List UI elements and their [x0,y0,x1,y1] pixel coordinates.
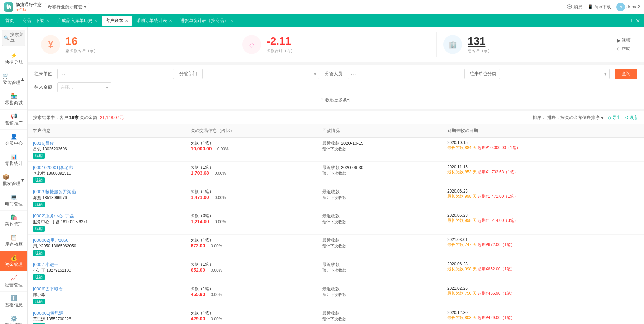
overdue-days: 最长欠款 808 天 [447,315,478,320]
message-icon: 💬 [567,4,572,9]
filter-row-2: 往来余额 选择... ▾ [34,82,637,92]
overdue-link[interactable]: 超期¥1,471.00（1笔） [478,194,518,199]
debt-ratio: 0.00% [215,171,226,176]
sidebar-item-system[interactable]: ⚙️ 系统管理 [0,312,27,324]
customer-code[interactable]: [0016]吕俊 [33,140,180,146]
tab-purchase-order[interactable]: 采购订单统计表 ✕ [132,16,176,26]
customer-code[interactable]: [0006]去下粮仓 [33,286,180,292]
debt-ratio: 0.00% [211,317,222,321]
message-button[interactable]: 💬 消息 [567,4,582,10]
tab-production-history[interactable]: 产成品入库单历史 ✕ [53,16,102,26]
app-logo-icon: 畅 [4,2,13,12]
retail-mall-icon: 🏪 [2,93,25,99]
debt-amount[interactable]: 1,703.68 [191,170,209,176]
debt-amount[interactable]: 1,471.00 [191,195,209,200]
overdue-link[interactable]: 超期¥1,214.00（3笔） [478,218,518,223]
table-row: [000001]黄思源 黄思源 13552700226 现销 欠款（1笔） 42… [28,307,644,324]
export-button[interactable]: ⊙ 导出 [608,115,621,121]
overdue-link[interactable]: 超期¥429.00（1笔） [478,315,515,320]
customer-code[interactable]: [0007]小进干 [33,262,180,268]
sidebar-item-wholesale[interactable]: 📦 批发管理 ▼ [0,170,27,190]
store-selector[interactable]: 母婴行业演示账套 ▾ [45,3,89,11]
close-icon[interactable]: ✕ [169,19,172,23]
debt-info-cell: 欠款（1笔） 652.00 0.00% [185,259,317,283]
col-header-debt: 欠款交易信息（占比） [185,124,317,138]
due-date: 2020.12.30 [447,310,639,315]
debt-amount[interactable]: 429.00 [191,316,205,321]
close-icon[interactable]: ✕ [94,19,97,23]
sort-select[interactable]: 排序： 排序：按欠款金额倒序排序 ▾ [533,115,604,121]
user-menu[interactable]: d demo2 [616,3,640,11]
debt-amount[interactable]: 455.90 [191,292,205,297]
manager-input[interactable]: ··· [348,69,465,79]
tab-product-shelf[interactable]: 商品上下架 ✕ [18,16,53,26]
window-restore-button[interactable]: □ [627,17,633,25]
tab-purchase-stats[interactable]: 进货单统计表（按商品） ✕ [176,16,237,26]
refresh-button[interactable]: ↺ 刷新 [625,115,639,121]
chevron-down-icon: ▾ [604,71,607,77]
customer-badge: 现销 [33,153,45,159]
sidebar-item-quick-nav[interactable]: ⚡ 快捷导航 [0,49,27,69]
search-button[interactable]: 查询 [615,69,637,79]
customer-code[interactable]: [0002]服务中心_丁磊 [33,213,180,219]
sidebar-item-marketing[interactable]: 📢 营销推广 [0,110,27,130]
department-select[interactable]: ▾ [202,69,319,79]
close-icon[interactable]: ✕ [46,19,49,23]
debt-ratio: 0.00% [211,292,222,297]
overdue-link[interactable]: 超期¥455.90（1笔） [478,291,515,296]
sidebar-item-basic-info[interactable]: ℹ️ 基础信息 [0,292,27,312]
sidebar-item-purchase[interactable]: 🛍️ 采购管理 [0,211,27,231]
sidebar-item-retail-management[interactable]: 🛒 零售管理 ▲ [0,69,27,89]
view-video-button[interactable]: ▶ 视频 [617,37,631,43]
help-icon: ⊙ [617,46,621,51]
operation-icon: 📈 [2,275,25,281]
overdue-days: 最长欠款 853 天 [447,170,478,174]
category-select[interactable]: ▾ [499,69,610,79]
window-close-button[interactable]: ✕ [634,17,641,25]
debt-amount[interactable]: 10,000.00 [191,146,212,151]
debt-amount[interactable]: 1,214.00 [191,219,209,224]
stat-label-debt-customers: 总欠款客户（家） [65,48,98,54]
help-button[interactable]: ⊙ 帮助 [617,46,631,52]
sidebar-item-inventory[interactable]: 📋 库存核算 [0,231,27,251]
debt-amount[interactable]: 652.00 [191,267,205,273]
collection-cell: 最近收款 预计下次收款 [317,210,442,235]
sidebar-item-retail-mall[interactable]: 🏪 零售商城 [0,89,27,110]
tab-home[interactable]: 首页 [1,16,18,26]
sidebar-item-capital[interactable]: 💰 资金管理 [0,251,27,271]
customer-name: 李老师 18600391516 [33,171,180,176]
source-unit-input[interactable]: ··· [57,69,174,79]
close-icon[interactable]: ✕ [230,19,233,23]
overdue-link[interactable]: 超期¥10,000.00（1笔） [478,145,521,150]
debt-info-cell: 欠款（1笔） 10,000.00 0.00% [185,138,317,162]
sidebar-item-operation[interactable]: 📈 经营管理 [0,271,27,292]
overdue-link[interactable]: 超期¥1,703.68（1笔） [478,170,518,174]
stat-card-right: ▶ 视频 ⊙ 帮助 [617,37,631,52]
sidebar-item-ecommerce[interactable]: 💻 电商管理 [0,190,27,211]
customer-code[interactable]: [0003]畅捷服务尹海燕 [33,189,180,195]
close-icon[interactable]: ✕ [125,19,128,23]
overdue-link[interactable]: 超期¥672.00（1笔） [478,242,515,247]
search-menu-button[interactable]: 🔍 搜索菜单 [2,30,25,46]
customer-info-cell: [0001020001]李老师 李老师 18600391516 现销 [28,162,185,186]
collection-cell: 最近收款 预计下次收款 [317,259,442,283]
tab-customer-account[interactable]: 客户账本 ✕ [102,16,132,26]
app-download-button[interactable]: 📱 App下载 [588,4,611,10]
debt-amount[interactable]: 672.00 [191,243,205,248]
collapse-filter-button[interactable]: ⌃ 收起更多条件 [34,96,637,105]
balance-select[interactable]: 选择... ▾ [57,82,111,92]
customer-code[interactable]: [000002]用户2050 [33,237,180,243]
overdue-link[interactable]: 超期¥652.00（1笔） [478,267,515,271]
total-customers-icon: 🏢 [443,35,462,54]
sidebar-item-retail-stats[interactable]: 📊 零售统计 [0,150,27,170]
sidebar-item-member-center[interactable]: 👤 会员中心 [0,130,27,150]
nav-right-buttons: □ ✕ [627,17,643,25]
filter-category: 往来单位分类 ▾ [470,69,610,79]
due-date: 2020.06.23 [447,262,639,266]
collection-cell: 最近收款 预计下次收款 [317,307,442,324]
customer-code[interactable]: [0001020001]李老师 [33,165,180,171]
customer-info-cell: [0003]畅捷服务尹海燕 海燕 18513066976 现销 [28,186,185,210]
col-header-collection: 回款情况 [317,124,442,138]
customer-code[interactable]: [000001]黄思源 [33,310,180,316]
filter-source-unit: 往来单位 ··· [34,69,174,79]
